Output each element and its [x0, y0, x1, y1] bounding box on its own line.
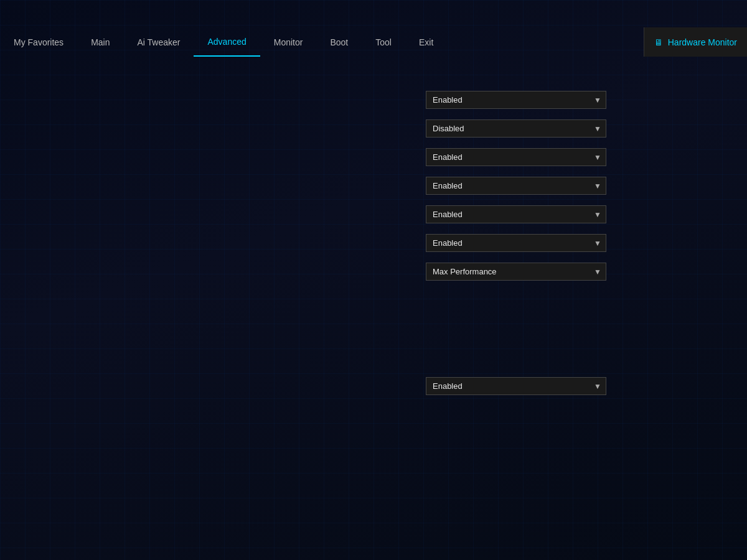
- nav-my-favorites[interactable]: My Favorites: [0, 27, 77, 57]
- nav-tool[interactable]: Tool: [362, 27, 405, 57]
- monitor-icon: 🖥: [654, 37, 663, 47]
- execute-disable-dropdown[interactable]: Enabled Disabled ▼: [426, 148, 606, 166]
- nav-exit[interactable]: Exit: [405, 27, 447, 57]
- nav-boot[interactable]: Boot: [316, 27, 362, 57]
- boot-perf-select[interactable]: Max Performance Max Battery Turbo Perfor…: [426, 263, 606, 281]
- max-cpuid-select[interactable]: Disabled Enabled: [426, 119, 606, 138]
- hyper-threading-select[interactable]: Enabled Disabled: [426, 91, 606, 109]
- adj-cache-select[interactable]: Enabled Disabled: [426, 205, 606, 223]
- hw-prefetcher-select[interactable]: Enabled Disabled: [426, 177, 606, 195]
- nav-hw-monitor[interactable]: 🖥 Hardware Monitor: [644, 27, 747, 57]
- execute-disable-select[interactable]: Enabled Disabled: [426, 148, 606, 166]
- nav-main[interactable]: Main: [77, 27, 123, 57]
- hw-prefetcher-dropdown[interactable]: Enabled Disabled ▼: [426, 177, 606, 195]
- vmx-select[interactable]: Enabled Disabled: [426, 234, 606, 252]
- nav-monitor[interactable]: Monitor: [260, 27, 317, 57]
- nav-advanced[interactable]: Advanced: [194, 27, 260, 57]
- vmx-dropdown[interactable]: Enabled Disabled ▼: [426, 234, 606, 252]
- msr-select[interactable]: Enabled Disabled: [426, 377, 606, 395]
- hyper-threading-dropdown[interactable]: Enabled Disabled ▼: [426, 91, 606, 109]
- msr-dropdown[interactable]: Enabled Disabled ▼: [426, 377, 606, 395]
- max-cpuid-dropdown[interactable]: Disabled Enabled ▼: [426, 119, 606, 138]
- nav-ai-tweaker[interactable]: Ai Tweaker: [123, 27, 194, 57]
- adj-cache-dropdown[interactable]: Enabled Disabled ▼: [426, 205, 606, 223]
- boot-perf-dropdown[interactable]: Max Performance Max Battery Turbo Perfor…: [426, 263, 606, 281]
